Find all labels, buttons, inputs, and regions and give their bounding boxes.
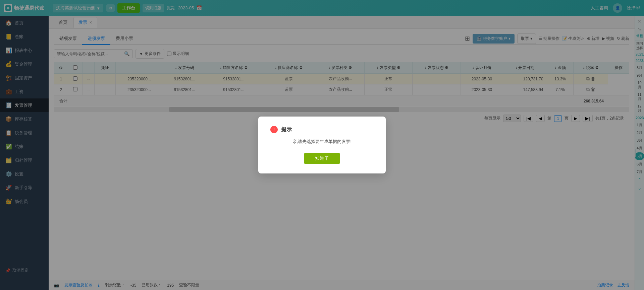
modal-confirm-button[interactable]: 知道了 <box>304 153 340 164</box>
modal-header: ! 提示 <box>270 126 292 133</box>
modal-footer: 知道了 <box>270 153 374 164</box>
modal-message: 亲,请先选择要生成单据的发票! <box>292 139 352 144</box>
modal-title: 提示 <box>281 126 292 133</box>
modal-dialog: ! 提示 亲,请先选择要生成单据的发票! 知道了 <box>258 117 386 173</box>
modal-overlay[interactable]: ! 提示 亲,请先选择要生成单据的发票! 知道了 <box>0 0 644 290</box>
modal-warning-icon: ! <box>270 126 278 133</box>
modal-body: 亲,请先选择要生成单据的发票! <box>270 139 374 145</box>
